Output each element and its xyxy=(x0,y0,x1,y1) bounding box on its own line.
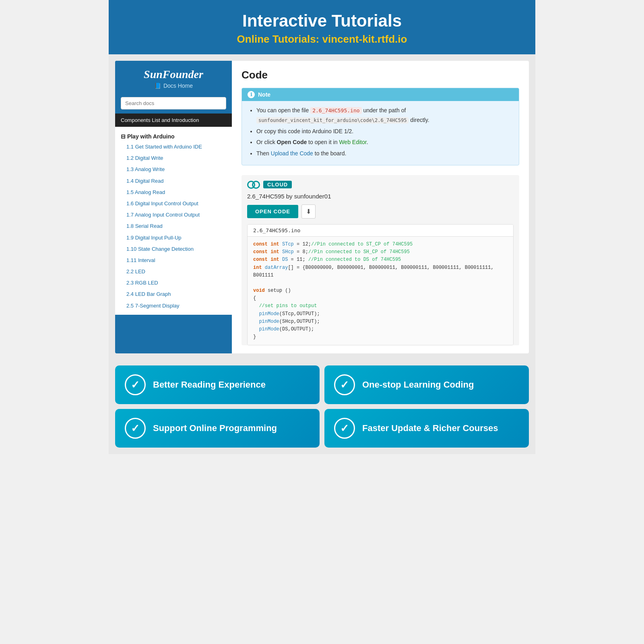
content-title: Code xyxy=(242,69,519,81)
arduino-circle-2 xyxy=(252,181,260,189)
upload-code-link[interactable]: Upload the Code xyxy=(271,150,313,157)
feature-box-1[interactable]: ✓ One-stop Learning Coding xyxy=(324,365,529,404)
code-line-10: } xyxy=(253,333,508,341)
header: Interactive Tutorials Online Tutorials: … xyxy=(109,0,535,54)
feature-check-3: ✓ xyxy=(334,418,355,439)
download-icon: ⬇ xyxy=(306,208,311,215)
note-item-1: Or copy this code into Arduino IDE 1/2. xyxy=(256,127,512,136)
feature-box-2[interactable]: ✓ Support Online Programming xyxy=(115,409,320,448)
note-item-3: Then Upload the Code to the board. xyxy=(256,149,512,159)
code-line-7: pinMode(STcp,OUTPUT); xyxy=(253,310,508,318)
feature-label-3: Faster Update & Richer Courses xyxy=(362,423,498,433)
code-line-8: pinMode(SHcp,OUTPUT); xyxy=(253,318,508,326)
code-path-inline: sunfounder_vincent_kit_for_arduino\code\… xyxy=(256,117,409,124)
cloud-section: CLOUD 2.6_74HC595 by sunfounder01 OPEN C… xyxy=(242,175,519,345)
note-box: ℹ Note You can open the file 2.6_74HC595… xyxy=(242,88,519,165)
cloud-badge-row: CLOUD xyxy=(247,181,514,189)
sidebar-item-5[interactable]: 1.6 Digital Input Control Output xyxy=(115,198,232,209)
feature-box-0[interactable]: ✓ Better Reading Experience xyxy=(115,365,320,404)
note-item-0: You can open the file 2.6_74HC595.ino un… xyxy=(256,106,512,125)
open-code-row: OPEN CODE ⬇ xyxy=(247,204,514,219)
code-line-2: const int DS = 11; //Pin connected to DS… xyxy=(253,256,508,264)
header-subtitle: Online Tutorials: vincent-kit.rtfd.io xyxy=(117,33,527,45)
code-line-1: const int SHcp = 8;//Pin connected to SH… xyxy=(253,248,508,256)
note-item-2: Or click Open Code to open it in Web Edi… xyxy=(256,138,512,147)
sidebar-item-13[interactable]: 2.4 LED Bar Graph xyxy=(115,289,232,300)
code-filename-tab: 2.6_74HC595.ino xyxy=(248,225,513,237)
code-filename-inline: 2.6_74HC595.ino xyxy=(310,107,361,114)
sidebar-item-3[interactable]: 1.4 Digital Read xyxy=(115,175,232,187)
sidebar-item-0[interactable]: 1.1 Get Started with Arduino IDE xyxy=(115,141,232,153)
code-line-6: //set pins to output xyxy=(253,302,508,310)
web-editor-link[interactable]: Web Editor xyxy=(339,139,366,145)
cloud-sketch-title: 2.6_74HC595 by sunfounder01 xyxy=(247,193,514,200)
sidebar: SunFounder 📘 Docs Home Components List a… xyxy=(115,61,232,353)
sidebar-item-2[interactable]: 1.3 Analog Write xyxy=(115,164,232,175)
main-wrapper: SunFounder 📘 Docs Home Components List a… xyxy=(109,54,535,360)
feature-grid: ✓ Better Reading Experience ✓ One-stop L… xyxy=(109,360,535,454)
search-input[interactable] xyxy=(121,97,226,109)
sidebar-item-4[interactable]: 1.5 Analog Read xyxy=(115,187,232,198)
code-block-wrapper: 2.6_74HC595.ino const int STcp = 12;//Pi… xyxy=(247,224,514,345)
feature-label-1: One-stop Learning Coding xyxy=(362,380,474,390)
sidebar-item-6[interactable]: 1.7 Analog Input Control Output xyxy=(115,209,232,221)
feature-box-3[interactable]: ✓ Faster Update & Richer Courses xyxy=(324,409,529,448)
code-line-3: int datArray[] = {B00000000, B00000001, … xyxy=(253,264,508,279)
sidebar-nav: ⊟ Play with Arduino 1.1 Get Started with… xyxy=(115,127,232,315)
sidebar-section-header: Components List and Introduction xyxy=(115,114,232,127)
sidebar-item-9[interactable]: 1.10 State Change Detection xyxy=(115,244,232,255)
sidebar-logo: SunFounder xyxy=(122,68,225,81)
sidebar-item-12[interactable]: 2.3 RGB LED xyxy=(115,277,232,289)
sidebar-item-14[interactable]: 2.5 7-Segment Display xyxy=(115,300,232,312)
download-button[interactable]: ⬇ xyxy=(301,204,316,219)
sidebar-logo-area: SunFounder 📘 Docs Home xyxy=(115,61,232,93)
sidebar-logo-sub: 📘 Docs Home xyxy=(122,83,225,89)
code-line-0: const int STcp = 12;//Pin connected to S… xyxy=(253,241,508,248)
header-title: Interactive Tutorials xyxy=(117,11,527,31)
sidebar-item-10[interactable]: 1.11 Interval xyxy=(115,255,232,266)
content-area: Code ℹ Note You can open the file 2.6_74… xyxy=(232,61,529,353)
feature-check-0: ✓ xyxy=(125,374,146,395)
book-icon: 📘 xyxy=(154,83,161,89)
bold-open-code: Open Code xyxy=(277,139,307,145)
sidebar-group-title: ⊟ Play with Arduino xyxy=(115,130,232,141)
info-icon: ℹ xyxy=(248,91,255,98)
feature-check-2: ✓ xyxy=(125,418,146,439)
feature-check-1: ✓ xyxy=(334,374,355,395)
code-line-9: pinMode(DS,OUTPUT); xyxy=(253,326,508,333)
feature-label-2: Support Online Programming xyxy=(153,423,277,433)
code-line-4: void setup () xyxy=(253,287,508,295)
cloud-label: CLOUD xyxy=(263,181,292,188)
sidebar-item-11[interactable]: 2.2 LED xyxy=(115,266,232,277)
sidebar-item-1[interactable]: 1.2 Digital Write xyxy=(115,153,232,164)
note-body: You can open the file 2.6_74HC595.ino un… xyxy=(242,101,519,165)
sidebar-search-area xyxy=(115,93,232,114)
feature-label-0: Better Reading Experience xyxy=(153,380,266,390)
arduino-logo xyxy=(247,181,260,189)
sidebar-item-8[interactable]: 1.9 Digital Input Pull-Up xyxy=(115,232,232,244)
sidebar-item-7[interactable]: 1.8 Serial Read xyxy=(115,221,232,232)
code-body: const int STcp = 12;//Pin connected to S… xyxy=(248,237,513,345)
note-header: ℹ Note xyxy=(242,88,519,101)
code-line-5: { xyxy=(253,295,508,302)
open-code-button[interactable]: OPEN CODE xyxy=(247,205,298,218)
